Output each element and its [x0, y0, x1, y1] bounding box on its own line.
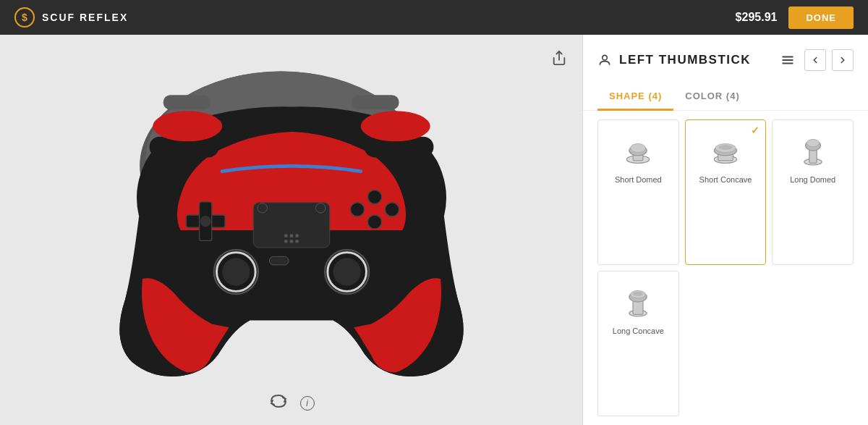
- next-button[interactable]: [832, 49, 854, 71]
- tab-color[interactable]: COLOR (4): [673, 83, 751, 111]
- share-icon: [551, 50, 567, 66]
- menu-button[interactable]: [777, 49, 799, 71]
- info-button[interactable]: i: [300, 396, 315, 411]
- svg-point-37: [603, 55, 608, 60]
- panel-header: LEFT THUMBSTICK: [583, 35, 868, 111]
- svg-rect-4: [352, 95, 399, 109]
- svg-point-30: [295, 234, 299, 237]
- panel-navigation: [777, 49, 854, 71]
- svg-point-21: [333, 258, 360, 285]
- selected-checkmark: ✓: [751, 125, 760, 136]
- svg-point-53: [807, 139, 819, 146]
- prev-button[interactable]: [804, 49, 826, 71]
- svg-point-31: [284, 239, 287, 243]
- chevron-right-icon: [838, 55, 848, 65]
- panel-title-left: LEFT THUMBSTICK: [597, 53, 751, 67]
- share-button[interactable]: [548, 46, 571, 70]
- svg-point-49: [718, 145, 732, 150]
- short-domed-label: Short Domed: [615, 175, 662, 184]
- svg-point-24: [367, 190, 381, 203]
- svg-point-29: [289, 234, 293, 237]
- shape-item-short-concave[interactable]: ✓ Short Concave: [685, 119, 767, 265]
- header: $ SCUF REFLEX $295.91 DONE: [0, 0, 868, 35]
- shape-item-long-concave[interactable]: Long Concave: [597, 271, 679, 416]
- svg-point-17: [222, 258, 250, 285]
- long-domed-icon: [791, 129, 835, 172]
- panel-title: LEFT THUMBSTICK: [619, 53, 751, 67]
- controller-svg: [82, 64, 501, 397]
- price-display: $295.91: [736, 11, 778, 24]
- svg-point-26: [385, 202, 399, 216]
- svg-point-25: [367, 214, 381, 228]
- preview-panel: i: [0, 35, 582, 425]
- header-right: $295.91 DONE: [736, 7, 854, 29]
- shape-grid: Short Domed ✓ Short Concave: [583, 111, 868, 425]
- svg-point-36: [315, 203, 325, 212]
- short-concave-icon: [704, 129, 747, 172]
- short-domed-icon: [616, 129, 660, 172]
- long-domed-label: Long Domed: [790, 175, 835, 184]
- tab-shape[interactable]: SHAPE (4): [597, 83, 673, 111]
- svg-point-58: [633, 292, 643, 296]
- svg-rect-3: [163, 95, 210, 109]
- svg-point-33: [295, 239, 299, 243]
- preview-controls: i: [268, 392, 315, 413]
- svg-point-10: [153, 111, 222, 141]
- svg-point-32: [289, 239, 293, 243]
- svg-rect-34: [269, 256, 289, 265]
- app-title: SCUF REFLEX: [42, 12, 128, 23]
- svg-point-28: [284, 234, 287, 237]
- short-concave-label: Short Concave: [699, 175, 752, 184]
- logo-icon: $: [14, 7, 35, 28]
- header-left: $ SCUF REFLEX: [14, 7, 128, 28]
- menu-icon: [781, 54, 794, 67]
- long-concave-label: Long Concave: [613, 327, 664, 335]
- svg-point-44: [631, 143, 646, 152]
- info-icon-text: i: [306, 398, 308, 408]
- shape-item-short-domed[interactable]: Short Domed: [597, 119, 679, 265]
- svg-point-23: [350, 202, 364, 216]
- tabs: SHAPE (4) COLOR (4): [597, 83, 854, 110]
- shape-item-long-domed[interactable]: Long Domed: [772, 119, 854, 265]
- panel-title-row: LEFT THUMBSTICK: [597, 49, 854, 71]
- chevron-left-icon: [810, 55, 820, 65]
- svg-point-35: [258, 203, 267, 212]
- controller-image: [82, 64, 501, 397]
- long-concave-icon: [616, 280, 660, 324]
- svg-point-11: [360, 111, 430, 141]
- main-layout: i LEFT THUMBSTICK: [0, 35, 868, 425]
- rotate-button[interactable]: [268, 392, 289, 413]
- config-panel: LEFT THUMBSTICK: [582, 35, 868, 425]
- rotate-icon: [268, 392, 289, 410]
- done-button[interactable]: DONE: [788, 7, 854, 29]
- svg-point-14: [200, 215, 210, 226]
- person-icon: [597, 53, 612, 67]
